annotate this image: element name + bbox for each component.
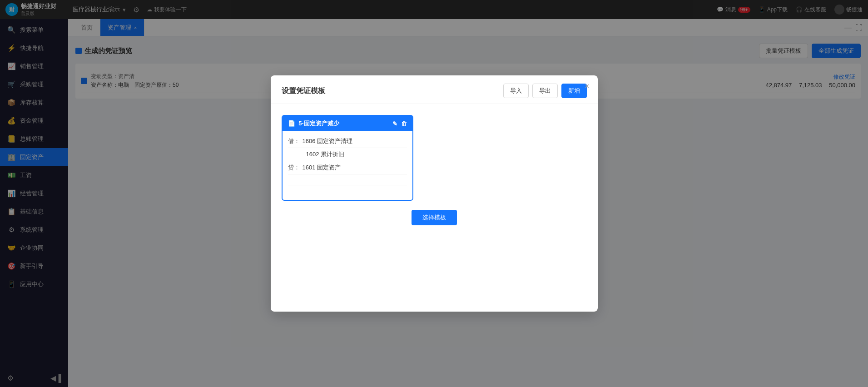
import-button[interactable]: 导入 — [503, 84, 529, 98]
modal-overlay[interactable]: 设置凭证模板 导入 导出 新增 × 📄 5-固定资产减少 ✎ 🗑 — [0, 0, 868, 387]
template-card-title: 📄 5-固定资产减少 — [288, 119, 339, 128]
template-card-header: 📄 5-固定资产减少 ✎ 🗑 — [283, 116, 412, 131]
modal-close-button[interactable]: × — [585, 82, 590, 91]
export-button[interactable]: 导出 — [532, 84, 558, 98]
debit-row-2: 1602 累计折旧 — [288, 148, 407, 161]
modal-dialog: 设置凭证模板 导入 导出 新增 × 📄 5-固定资产减少 ✎ 🗑 — [271, 75, 598, 312]
modal-header: 设置凭证模板 导入 导出 新增 × — [271, 75, 598, 104]
template-card: 📄 5-固定资产减少 ✎ 🗑 借： 1606 固定资产清理 — [282, 115, 413, 201]
edit-icon[interactable]: ✎ — [392, 120, 397, 127]
empty-row-1 — [288, 174, 407, 185]
select-template-button[interactable]: 选择模板 — [412, 210, 457, 225]
modal-title: 设置凭证模板 — [282, 86, 325, 96]
debit-row-1: 借： 1606 固定资产清理 — [288, 135, 407, 148]
modal-header-actions: 导入 导出 新增 — [503, 84, 587, 98]
delete-icon[interactable]: 🗑 — [401, 120, 407, 127]
modal-body: 📄 5-固定资产减少 ✎ 🗑 借： 1606 固定资产清理 — [271, 104, 598, 312]
template-card-actions: ✎ 🗑 — [392, 120, 407, 127]
empty-row-2 — [288, 185, 407, 196]
document-icon: 📄 — [288, 120, 295, 127]
template-card-body: 借： 1606 固定资产清理 1602 累计折旧 — [283, 131, 412, 200]
new-template-button[interactable]: 新增 — [561, 84, 587, 98]
credit-row-1: 贷： 1601 固定资产 — [288, 161, 407, 174]
